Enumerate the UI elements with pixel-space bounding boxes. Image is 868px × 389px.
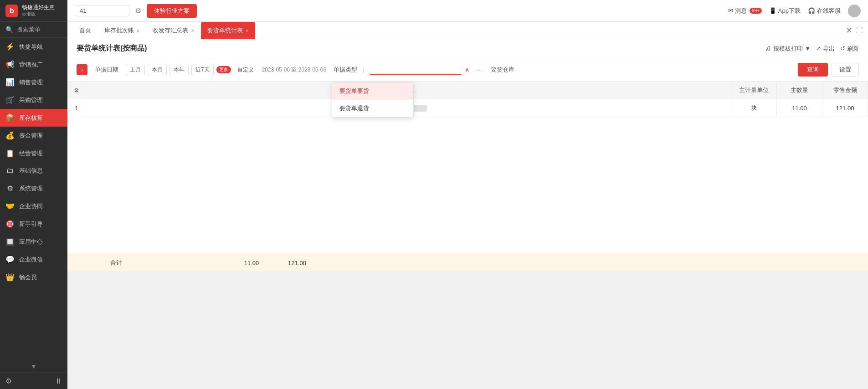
app-name: 畅捷通好生意 — [22, 4, 55, 11]
date-filter-group: 上月 本月 本年 近7天 更多 自定义 2023-05-06 至 2023-06… — [126, 65, 326, 75]
page-content: 要货单统计表(按商品) 🖨 按模板打印 ▼ ↗ 导出 ↺ 刷新 › — [67, 39, 868, 389]
tab-inventory-batch[interactable]: 库存批次账 × — [98, 22, 146, 39]
sidebar-item-label: 销售管理 — [19, 78, 43, 87]
sidebar-item-label: 经营管理 — [19, 149, 43, 158]
tab-receive-summary-close[interactable]: × — [191, 28, 194, 33]
filter-settings-button[interactable]: 设置 — [832, 63, 859, 77]
sidebar-item-enterprise[interactable]: 🤝 企业协同 — [0, 197, 67, 215]
type-dropdown: 要货单要货 要货单退货 — [332, 82, 414, 118]
export-button[interactable]: ↗ 导出 — [816, 45, 835, 53]
warehouse-filter-group: 要货仓库 — [491, 66, 514, 74]
online-service-button[interactable]: 🎧 在线客服 — [808, 7, 841, 15]
enterprise-wechat-icon: 💬 — [5, 255, 15, 264]
sidebar-item-label: 企业协同 — [19, 202, 43, 210]
trial-button[interactable]: 体验行业方案 — [147, 4, 197, 18]
quick-nav-icon: ⚡ — [5, 42, 15, 51]
sidebar-item-label: 资金管理 — [19, 132, 43, 140]
table-empty-space — [67, 117, 868, 254]
dropdown-item-label: 要货单要货 — [339, 87, 369, 94]
query-button[interactable]: 查询 — [798, 63, 828, 77]
messages-button[interactable]: ✉ 消息 99+ — [728, 7, 762, 15]
type-dropdown-arrow[interactable]: ∧ — [465, 66, 469, 73]
sidebar-item-label: 库存核算 — [19, 114, 43, 122]
dropdown-item-order-goods[interactable]: 要货单要货 — [332, 82, 413, 100]
tab-inventory-batch-close[interactable]: × — [137, 28, 139, 33]
sidebar-item-marketing[interactable]: 📢 营销推广 — [0, 56, 67, 73]
app-edition: 标准版 — [22, 11, 55, 17]
refresh-button[interactable]: ↺ 刷新 — [840, 45, 859, 53]
topbar-gear-icon[interactable]: ⚙ — [135, 6, 141, 15]
sidebar-item-app-center[interactable]: 🔲 应用中心 — [0, 233, 67, 251]
sidebar-item-sales[interactable]: 📊 销售管理 — [0, 73, 67, 91]
filter-more-button[interactable]: ··· — [477, 65, 483, 75]
app-download-button[interactable]: 📱 App下载 — [769, 7, 801, 15]
app-logo-icon: b — [5, 5, 18, 17]
app-logo-text: 畅捷通好生意 标准版 — [22, 4, 55, 18]
sidebar-item-basic[interactable]: 🗂 基础信息 — [0, 162, 67, 179]
marketing-icon: 📢 — [5, 60, 15, 69]
filter-expand-button[interactable]: › — [77, 64, 87, 75]
tab-receive-summary[interactable]: 收发存汇总表 × — [146, 22, 200, 39]
more-date-badge[interactable]: 更多 — [216, 66, 231, 73]
sidebar-item-quick-nav[interactable]: ⚡ 快捷导航 — [0, 38, 67, 56]
col-settings[interactable]: ⚙ — [67, 82, 86, 99]
tab-home[interactable]: 首页 — [73, 22, 98, 39]
close-all-tabs-button[interactable]: ✕ — [846, 26, 853, 36]
tab-inventory-batch-label: 库存批次账 — [104, 26, 134, 35]
sidebar-item-purchase[interactable]: 🛒 采购管理 — [0, 91, 67, 109]
guide-icon: 🎯 — [5, 220, 15, 228]
collapse-icon[interactable]: ⏸ — [55, 377, 62, 385]
refresh-label: 刷新 — [847, 45, 859, 53]
sidebar: b 畅捷通好生意 标准版 🔍 搜索菜单 ⚡ 快捷导航 📢 营销推广 📊 销售管理… — [0, 0, 67, 389]
this-year-button[interactable]: 本年 — [169, 65, 189, 75]
print-button[interactable]: 🖨 按模板打印 ▼ — [765, 45, 811, 53]
custom-date-button[interactable]: 自定义 — [234, 65, 257, 75]
print-icon: 🖨 — [765, 45, 771, 52]
settings-icon[interactable]: ⚙ — [5, 377, 12, 385]
dropdown-item-order-return[interactable]: 要货单退货 — [332, 100, 413, 117]
breadcrumb-input[interactable] — [75, 5, 129, 16]
dropdown-item-label: 要货单退货 — [339, 105, 369, 112]
page-header-actions: 🖨 按模板打印 ▼ ↗ 导出 ↺ 刷新 — [765, 45, 859, 53]
sidebar-item-inventory[interactable]: 📦 库存核算 — [0, 109, 67, 127]
last-7-days-button[interactable]: 近7天 — [191, 65, 214, 75]
sidebar-item-label: 营销推广 — [19, 61, 43, 69]
search-icon: 🔍 — [5, 26, 13, 33]
export-icon: ↗ — [816, 45, 821, 52]
sidebar-item-enterprise-wechat[interactable]: 💬 企业微信 — [0, 251, 67, 268]
enterprise-icon: 🤝 — [5, 202, 15, 210]
row-index: 1 — [67, 99, 86, 117]
sidebar-item-operation[interactable]: 📋 经营管理 — [0, 144, 67, 162]
footer-qty: 11.00 — [229, 260, 274, 266]
topbar-left: ⚙ 体验行业方案 — [75, 4, 197, 18]
table-header-row: ⚙ 商品 主计量单位 主数量 零售金额 — [67, 82, 868, 99]
inventory-icon: 📦 — [5, 113, 15, 122]
sidebar-logo: b 畅捷通好生意 标准版 — [0, 0, 67, 22]
sidebar-item-system[interactable]: ⚙ 系统管理 — [0, 179, 67, 197]
sidebar-scroll-down[interactable]: ▼ — [0, 360, 67, 373]
system-icon: ⚙ — [5, 184, 15, 193]
finance-icon: 💰 — [5, 131, 15, 140]
this-month-button[interactable]: 本月 — [148, 65, 167, 75]
tab-order-summary-close[interactable]: × — [246, 28, 248, 33]
user-avatar[interactable] — [848, 5, 861, 17]
topbar-right: ✉ 消息 99+ 📱 App下载 🎧 在线客服 — [728, 5, 861, 17]
basic-icon: 🗂 — [5, 167, 15, 175]
date-range-display: 2023-05-06 至 2023-06-06 — [262, 66, 326, 74]
purchase-icon: 🛒 — [5, 96, 15, 104]
sidebar-item-finance[interactable]: 💰 资金管理 — [0, 127, 67, 144]
type-filter-input[interactable] — [370, 65, 461, 75]
col-amount: 零售金额 — [822, 82, 868, 99]
sidebar-item-guide[interactable]: 🎯 新手引导 — [0, 215, 67, 233]
sidebar-search[interactable]: 🔍 搜索菜单 — [0, 22, 67, 38]
sidebar-search-label: 搜索菜单 — [17, 26, 41, 34]
page-title: 要货单统计表(按商品) — [77, 44, 147, 53]
member-icon: 👑 — [5, 273, 15, 282]
expand-tabs-button[interactable]: ⛶ — [856, 27, 863, 34]
sidebar-item-label: 应用中心 — [19, 238, 43, 246]
last-month-button[interactable]: 上月 — [126, 65, 145, 75]
operation-icon: 📋 — [5, 149, 15, 158]
warehouse-filter-label: 要货仓库 — [491, 66, 514, 74]
tab-order-summary[interactable]: 要货单统计表 × — [201, 22, 255, 39]
sidebar-item-member[interactable]: 👑 畅会员 — [0, 268, 67, 286]
